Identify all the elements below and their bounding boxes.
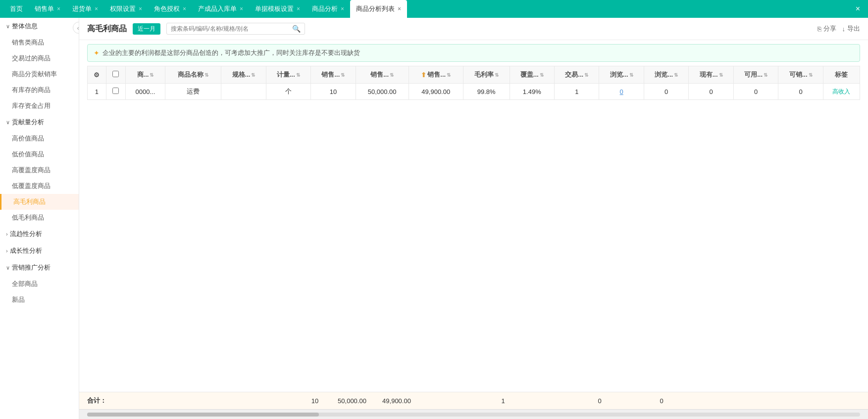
close-all-tabs-button[interactable]: × [852, 4, 864, 13]
share-button[interactable]: ⎘ 分享 [817, 24, 836, 33]
sidebar-group-contribution[interactable]: ∨ 贡献量分析 [0, 114, 79, 131]
nav-purchase[interactable]: 进货单 × [66, 0, 104, 18]
col-coverage: 覆盖...⇅ [510, 66, 554, 84]
col-browse2: 浏览...⇅ [644, 66, 688, 84]
sort-icon[interactable]: ⇅ [809, 72, 813, 78]
export-icon: ↓ [842, 25, 846, 33]
cell-browse1[interactable]: 0 [599, 84, 644, 100]
footer-available: 0 [582, 397, 617, 405]
col-margin: 毛利率⇅ [463, 66, 510, 84]
sidebar-item-high-coverage[interactable]: 高覆盖度商品 [0, 162, 79, 178]
nav-goods-analysis-list[interactable]: 商品分析列表 × [350, 0, 407, 18]
nav-template[interactable]: 单据模板设置 × [249, 0, 306, 18]
scrollbar-thumb[interactable] [87, 413, 319, 417]
cell-usable: 0 [733, 84, 778, 100]
sidebar-item-inventory-capital[interactable]: 库存资金占用 [0, 98, 79, 114]
footer-sales1: 10 [300, 397, 330, 405]
cell-sales1: 10 [311, 84, 356, 100]
search-icon[interactable]: 🔍 [292, 25, 301, 33]
time-filter-button[interactable]: 近一月 [133, 23, 160, 35]
col-sellable: 可销...⇅ [778, 66, 823, 84]
close-icon[interactable]: × [183, 5, 186, 12]
share-icon: ⎘ [817, 25, 821, 33]
sort-icon[interactable]: ⇅ [674, 72, 678, 78]
horizontal-scrollbar[interactable] [87, 413, 860, 417]
header-actions: ⎘ 分享 ↓ 导出 [817, 24, 861, 33]
table-container[interactable]: ⚙ 商...⇅ 商品名称⇅ 规格...⇅ 计量...⇅ 销售...⇅ 销售...… [79, 66, 868, 392]
sidebar-item-sales-goods[interactable]: 销售类商品 [0, 35, 79, 50]
sort-icon[interactable]: ⇅ [719, 72, 723, 78]
select-all-checkbox[interactable] [112, 71, 119, 77]
sidebar-group-overall[interactable]: ∨ 整体信息 [0, 18, 79, 35]
close-icon[interactable]: × [95, 5, 98, 12]
sidebar-item-high-value[interactable]: 高价值商品 [0, 131, 79, 146]
col-spec: 规格...⇅ [221, 66, 266, 84]
bottom-scrollbar-bar [79, 409, 868, 419]
gear-icon: ⚙ [94, 71, 100, 79]
top-nav: 首页 销售单 × 进货单 × 权限设置 × 角色授权 × 产成品入库单 × 单据… [0, 0, 868, 18]
sidebar-item-new-goods[interactable]: 新品 [0, 292, 79, 308]
chevron-down-icon: ∨ [6, 119, 10, 126]
nav-goods-analysis[interactable]: 商品分析 × [306, 0, 350, 18]
sort-icon[interactable]: ⇅ [540, 72, 544, 78]
close-icon[interactable]: × [240, 5, 243, 12]
col-checkbox[interactable] [106, 66, 125, 84]
cell-index: 1 [88, 84, 106, 100]
search-input[interactable] [171, 25, 292, 32]
chevron-down-icon: ∨ [6, 23, 10, 30]
sidebar-item-all-goods[interactable]: 全部商品 [0, 276, 79, 292]
sort-icon[interactable]: ⇅ [584, 72, 588, 78]
sort-icon[interactable]: ⇅ [629, 72, 633, 78]
close-icon[interactable]: × [57, 5, 60, 12]
sidebar: « ∨ 整体信息 销售类商品 交易过的商品 商品分贡献销率 有库存的商品 库存资… [0, 18, 79, 419]
sidebar-item-contribution[interactable]: 商品分贡献销率 [0, 66, 79, 82]
sort-icon[interactable]: ⇅ [296, 72, 300, 78]
info-icon: ✦ [94, 49, 100, 57]
col-usable: 可用...⇅ [733, 66, 778, 84]
nav-permission[interactable]: 权限设置 × [104, 0, 148, 18]
close-icon[interactable]: × [398, 5, 401, 12]
cell-sales2: 50,000.00 [356, 84, 408, 100]
col-available: 现有...⇅ [689, 66, 733, 84]
cell-sellable: 0 [778, 84, 823, 100]
close-icon[interactable]: × [139, 5, 142, 12]
sidebar-item-high-margin[interactable]: 高毛利商品 [0, 194, 79, 210]
cell-checkbox[interactable] [106, 84, 125, 100]
col-unit: 计量...⇅ [266, 66, 310, 84]
table-header-row: ⚙ 商...⇅ 商品名称⇅ 规格...⇅ 计量...⇅ 销售...⇅ 销售...… [88, 66, 860, 84]
nav-sales[interactable]: 销售单 × [29, 0, 66, 18]
sort-icon[interactable]: ⇅ [251, 72, 255, 78]
cell-coverage: 1.49% [510, 84, 554, 100]
sort-icon[interactable]: ⇅ [204, 72, 208, 78]
sort-icon[interactable]: ⇅ [390, 72, 394, 78]
sidebar-item-inventory-goods[interactable]: 有库存的商品 [0, 82, 79, 98]
row-checkbox[interactable] [112, 88, 119, 94]
sidebar-item-low-margin[interactable]: 低毛利商品 [0, 210, 79, 226]
col-name: 商品名称⇅ [165, 66, 221, 84]
col-setting[interactable]: ⚙ [88, 66, 106, 84]
sidebar-group-growth[interactable]: › 成长性分析 [0, 242, 79, 259]
close-icon[interactable]: × [341, 5, 344, 12]
sort-icon[interactable]: ⇅ [764, 72, 767, 78]
sidebar-item-low-value[interactable]: 低价值商品 [0, 146, 79, 162]
sort-icon[interactable]: ⇅ [447, 72, 451, 78]
close-icon[interactable]: × [297, 5, 300, 12]
sidebar-item-traded-goods[interactable]: 交易过的商品 [0, 50, 79, 66]
main-layout: « ∨ 整体信息 销售类商品 交易过的商品 商品分贡献销率 有库存的商品 库存资… [0, 18, 868, 419]
export-button[interactable]: ↓ 导出 [842, 24, 861, 33]
nav-product-stock[interactable]: 产成品入库单 × [192, 0, 249, 18]
chevron-right-icon: › [6, 231, 8, 237]
sidebar-item-low-coverage[interactable]: 低覆盖度商品 [0, 178, 79, 194]
cell-tag: 高收入 [823, 84, 860, 100]
sort-icon[interactable]: ⇅ [150, 72, 153, 78]
sort-icon[interactable]: ⇅ [341, 72, 345, 78]
sort-icon[interactable]: ⇅ [495, 72, 499, 78]
sidebar-group-trend[interactable]: › 流趋性分析 [0, 226, 79, 242]
nav-role[interactable]: 角色授权 × [148, 0, 192, 18]
col-sales3: ⬆销售...⇅ [408, 66, 463, 84]
info-banner: ✦ 企业的主要的利润都是这部分商品创造的，可考虑加大推广，同时关注库存是不要出现… [87, 44, 860, 62]
cell-unit: 个 [266, 84, 310, 100]
sidebar-group-marketing[interactable]: ∨ 营销推广分析 [0, 259, 79, 276]
nav-home[interactable]: 首页 [4, 0, 29, 18]
footer-label: 合计： [87, 396, 127, 405]
